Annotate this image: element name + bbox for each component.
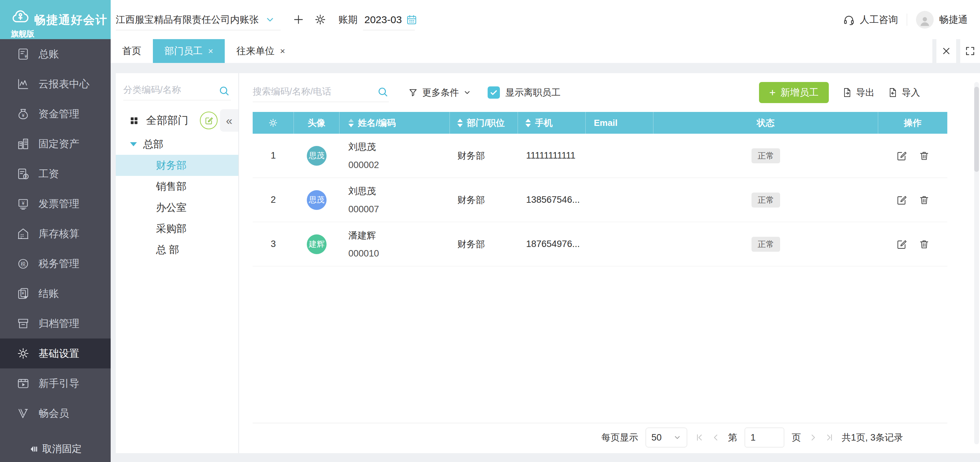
calendar-icon[interactable]	[406, 14, 417, 25]
tree-node-hq2[interactable]: 总 部	[116, 239, 239, 260]
search-icon[interactable]	[377, 86, 389, 98]
sidebar-item-basic-settings[interactable]: 基础设置	[0, 338, 111, 368]
check-icon	[489, 88, 498, 97]
edit-row-icon[interactable]	[896, 238, 907, 250]
ops-cell	[878, 222, 947, 266]
sort-icons[interactable]	[457, 119, 463, 127]
delete-row-icon[interactable]	[918, 150, 930, 162]
last-page-icon[interactable]	[825, 433, 834, 442]
first-page-icon[interactable]	[695, 433, 704, 442]
employee-table: 头像 姓名/编码 部门/职位 手机 Email 状态 操作	[253, 112, 947, 267]
sidebar-item-fixed-assets[interactable]: 固定资产	[0, 129, 111, 159]
tab-dept-staff[interactable]: 部门员工 ×	[153, 39, 225, 63]
sidebar-item-funds[interactable]: 资金管理	[0, 99, 111, 129]
page-suffix: 页	[792, 431, 801, 444]
export-button[interactable]: 导出	[842, 86, 875, 98]
search-icon[interactable]	[218, 85, 230, 97]
new-account-plus-icon[interactable]	[292, 13, 305, 26]
pagination: 每页显示 50 第 页 共1页, 3条记录	[601, 427, 903, 448]
building-icon	[16, 137, 30, 151]
header-dept-title[interactable]: 部门/职位	[450, 112, 518, 134]
period-field[interactable]: 2023-03	[364, 0, 417, 39]
sidebar-item-cloud-reports[interactable]: 云报表中心	[0, 69, 111, 99]
username[interactable]: 畅捷通	[939, 13, 968, 26]
email-cell	[586, 222, 654, 266]
tree-node-sales[interactable]: 销售部	[116, 176, 239, 197]
sidebar-item-tax[interactable]: 税务管理	[0, 249, 111, 279]
status-cell: 正常	[654, 178, 878, 222]
vip-icon	[16, 406, 30, 420]
tree-node-finance[interactable]: 财务部	[116, 155, 239, 176]
sidebar-item-closing[interactable]: 结账	[0, 279, 111, 308]
per-page-label: 每页显示	[601, 431, 638, 444]
employee-code: 000010	[348, 248, 379, 259]
delete-row-icon[interactable]	[918, 194, 930, 206]
caret-down-icon[interactable]	[130, 142, 137, 146]
header-name-code[interactable]: 姓名/编码	[339, 112, 450, 134]
prev-page-icon[interactable]	[711, 433, 721, 442]
all-departments-row[interactable]: 全部部门 «	[116, 109, 239, 132]
plus-icon: +	[769, 87, 776, 98]
account-settings-gear-icon[interactable]	[314, 13, 326, 26]
tree-node-purchasing[interactable]: 采购部	[116, 218, 239, 239]
name-code-cell: 潘建辉 000010	[339, 222, 450, 266]
company-selector[interactable]: 江西服宝精品有限责任公司内账张	[116, 0, 275, 39]
page-nav	[808, 433, 834, 442]
more-filters-button[interactable]: 更多条件	[408, 86, 471, 98]
sidebar-item-invoices[interactable]: 发票管理	[0, 189, 111, 219]
support-link[interactable]: 人工咨询	[860, 13, 898, 26]
add-employee-button[interactable]: + 新增员工	[759, 82, 829, 103]
checkbox-checked[interactable]	[488, 86, 500, 98]
phone-cell: 187654976...	[518, 222, 586, 266]
unpin-icon	[29, 444, 40, 454]
pencil-icon	[204, 116, 213, 125]
column-settings-button[interactable]	[253, 112, 294, 134]
dept-cell: 财务部	[450, 178, 518, 222]
sidebar-item-general-ledger[interactable]: 总账	[0, 39, 111, 69]
close-page-button[interactable]	[936, 39, 956, 63]
row-index: 3	[253, 222, 294, 266]
header-avatar: 头像	[294, 112, 339, 134]
sort-icons[interactable]	[348, 119, 354, 127]
sidebar: 总账 云报表中心 资金管理 固定资产 工资 发票管理 库存核算 税务管理 结账 …	[0, 39, 111, 462]
edit-row-icon[interactable]	[896, 150, 907, 162]
tree-node-headquarters[interactable]: 总部	[116, 134, 239, 155]
close-tab-icon[interactable]: ×	[280, 46, 285, 57]
chevron-down-icon	[673, 433, 681, 441]
sidebar-item-vip-member[interactable]: 畅会员	[0, 398, 111, 428]
sidebar-item-inventory[interactable]: 库存核算	[0, 219, 111, 249]
department-tree: 总部 财务部 销售部 办公室 采购部 总 部	[116, 134, 239, 260]
department-search-input[interactable]	[123, 82, 216, 95]
tab-home[interactable]: 首页	[111, 39, 153, 63]
per-page-select[interactable]: 50	[646, 428, 687, 448]
sidebar-item-beginner-guide[interactable]: 新手引导	[0, 368, 111, 398]
edit-row-icon[interactable]	[896, 194, 907, 206]
company-underline	[116, 30, 281, 30]
avatar[interactable]	[916, 11, 934, 29]
import-button[interactable]: 导入	[888, 86, 920, 98]
tree-node-office[interactable]: 办公室	[116, 197, 239, 218]
close-tab-icon[interactable]: ×	[208, 46, 213, 57]
scrollbar-thumb[interactable]	[974, 87, 979, 172]
phone-cell: 11111111111	[518, 134, 586, 178]
sidebar-item-payroll[interactable]: 工资	[0, 159, 111, 189]
header-phone[interactable]: 手机	[518, 112, 586, 134]
show-resigned-toggle[interactable]: 显示离职员工	[488, 86, 560, 98]
employee-code: 000007	[348, 204, 379, 215]
sidebar-item-archive[interactable]: 归档管理	[0, 308, 111, 338]
unpin-sidebar-button[interactable]: 取消固定	[29, 442, 82, 456]
next-page-icon[interactable]	[808, 433, 818, 442]
fullscreen-button[interactable]	[960, 39, 980, 63]
collapse-panel-button[interactable]: «	[220, 109, 239, 132]
employee-search-input[interactable]	[253, 83, 368, 97]
warehouse-icon	[16, 227, 30, 241]
page-number-input[interactable]	[745, 428, 784, 448]
status-badge: 正常	[751, 192, 780, 208]
delete-row-icon[interactable]	[918, 238, 930, 250]
tab-partners[interactable]: 往来单位 ×	[225, 39, 297, 63]
edit-departments-button[interactable]	[200, 111, 218, 129]
company-name: 江西服宝精品有限责任公司内账张	[116, 13, 259, 26]
employee-name: 潘建辉	[348, 229, 376, 241]
ops-cell	[878, 134, 947, 178]
sort-icons[interactable]	[525, 119, 531, 127]
